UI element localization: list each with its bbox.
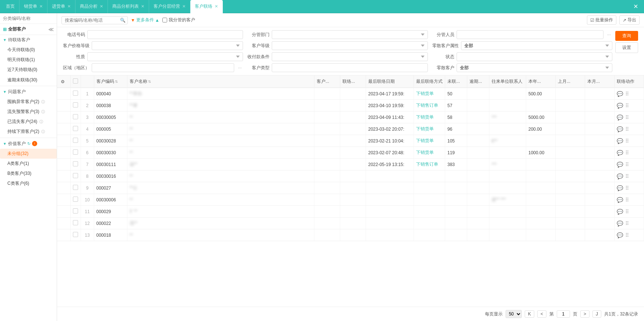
reset-button[interactable]: 设置 [615, 42, 638, 53]
last-page-btn[interactable]: J [592, 310, 601, 318]
comment-icon[interactable]: 💬 [617, 197, 623, 203]
more-action-icon[interactable]: ⠿ [625, 138, 629, 144]
area-dots-btn[interactable]: ··· [236, 65, 243, 70]
sidebar-item-abnormal[interactable]: 囤购异常客户(2) ⓘ [0, 97, 57, 107]
tab-product-analysis[interactable]: 商品分析 ✕ [75, 0, 108, 13]
th-code[interactable]: 客户编码⇅ [94, 75, 127, 88]
dept-select[interactable] [272, 30, 427, 39]
sidebar-collapse-btn[interactable]: ≪ [48, 27, 54, 32]
more-action-icon[interactable]: ⠿ [625, 114, 629, 120]
th-type[interactable]: 客户... [314, 75, 340, 88]
first-page-btn[interactable]: K [525, 310, 534, 318]
row-check[interactable] [70, 147, 81, 159]
more-action-icon[interactable]: ⠿ [625, 150, 629, 156]
comment-icon[interactable]: 💬 [617, 221, 623, 226]
query-button[interactable]: 查询 [615, 31, 638, 41]
my-customers-checkbox[interactable] [162, 18, 167, 22]
contact-method-link[interactable]: 下销货单 [416, 114, 434, 120]
comment-icon[interactable]: 💬 [617, 126, 623, 132]
row-check[interactable] [70, 135, 81, 147]
phone-input[interactable] [87, 30, 243, 39]
th-last-contact-date[interactable]: 最后联络日期 [366, 75, 414, 88]
th-year[interactable]: 本年... [526, 75, 556, 88]
sidebar-item-class-a[interactable]: A类客户(1) [0, 159, 57, 169]
row-check[interactable] [70, 123, 81, 135]
sidebar-item-class-c[interactable]: C类客户(6) [0, 179, 57, 188]
customer-type-input[interactable] [272, 63, 427, 72]
comment-icon[interactable]: 💬 [617, 173, 623, 179]
tab-customer-segment-close[interactable]: ✕ [182, 4, 186, 9]
th-name[interactable]: 客户名称⇅ [127, 75, 314, 88]
th-check[interactable] [70, 75, 81, 88]
th-contact-person[interactable]: 往来单位联系人 [489, 75, 526, 88]
th-overdue[interactable]: 逾期... [467, 75, 489, 88]
th-settings[interactable]: ⚙ [57, 75, 70, 88]
per-page-select[interactable]: 50 [506, 310, 522, 318]
row-check[interactable] [70, 159, 81, 170]
my-customers-checkbox-wrap[interactable]: 我分管的客户 [162, 17, 195, 23]
retail-attr-select[interactable]: 全部 [461, 41, 612, 50]
batch-op-button[interactable]: ☑ 批量操作 [587, 15, 616, 25]
comment-icon[interactable]: 💬 [617, 162, 623, 167]
customer-level-select[interactable] [272, 41, 427, 50]
prev-page-btn[interactable]: < [537, 310, 546, 318]
problem-group-label[interactable]: ▼ 问题客户 [0, 87, 57, 97]
more-action-icon[interactable]: ⠿ [625, 232, 629, 238]
tab-customer-contact-close[interactable]: ✕ [215, 4, 218, 9]
row-check[interactable] [70, 218, 81, 229]
page-number-input[interactable] [557, 310, 570, 318]
more-conditions-btn[interactable]: ▼ 更多条件 ▲ [131, 17, 159, 23]
row-check[interactable] [70, 194, 81, 206]
more-action-icon[interactable]: ⠿ [625, 185, 629, 191]
sidebar-item-declining[interactable]: 持续下滑客户(2) ⓘ [0, 127, 57, 137]
refresh-icon[interactable]: ↻ [27, 141, 31, 146]
tab-product-analysis-list[interactable]: 商品分析列表 ✕ [108, 0, 149, 13]
value-group-label[interactable]: ▼ 价值客户 ↻ ! [0, 139, 57, 149]
next-page-btn[interactable]: > [580, 310, 590, 318]
th-this-month[interactable]: 本月... [585, 75, 615, 88]
more-action-icon[interactable]: ⠿ [625, 162, 629, 167]
more-action-icon[interactable]: ⠿ [625, 221, 629, 226]
more-action-icon[interactable]: ⠿ [625, 91, 629, 97]
comment-icon[interactable]: 💬 [617, 91, 623, 97]
row-check[interactable] [70, 88, 81, 100]
tab-sales-order[interactable]: 销货单 ✕ [20, 0, 47, 13]
tab-purchase-order[interactable]: 进货单 ✕ [47, 0, 75, 13]
status-select[interactable] [457, 52, 612, 61]
header-checkbox[interactable] [73, 78, 78, 84]
row-check[interactable] [70, 182, 81, 194]
payment-select[interactable] [272, 52, 427, 61]
tab-home[interactable]: 首页 [3, 0, 20, 13]
retail-customer-select[interactable]: 全部 [457, 63, 612, 72]
more-action-icon[interactable]: ⠿ [625, 209, 629, 215]
tab-product-analysis-list-close[interactable]: ✕ [141, 4, 144, 9]
row-check[interactable] [70, 100, 81, 112]
sidebar-search-input[interactable] [3, 16, 57, 21]
more-action-icon[interactable]: ⠿ [625, 197, 629, 203]
nature-select[interactable] [87, 52, 243, 61]
sidebar-item-ungrouped[interactable]: 未分组(32) [0, 149, 57, 159]
comment-icon[interactable]: 💬 [617, 103, 623, 109]
window-close-button[interactable]: ✕ [630, 3, 641, 10]
contact-method-link[interactable]: 下销货单 [416, 138, 434, 143]
all-customers-header[interactable]: ⊞ 全部客户 ≪ [0, 24, 57, 35]
tab-customer-segment[interactable]: 客户分层经营 ✕ [149, 0, 190, 13]
contact-method-link[interactable]: 下销货单 [416, 126, 434, 131]
comment-icon[interactable]: 💬 [617, 185, 623, 191]
staff-input[interactable] [457, 30, 603, 39]
area-input[interactable] [92, 63, 234, 72]
th-unlink-days[interactable]: 未联... [445, 75, 467, 88]
more-action-icon[interactable]: ⠿ [625, 126, 629, 132]
comment-icon[interactable]: 💬 [617, 114, 623, 120]
sidebar-item-churned[interactable]: 已流失客户(24) ⓘ [0, 117, 57, 127]
comment-icon[interactable]: 💬 [617, 209, 623, 215]
contact-method-link[interactable]: 下销售订单 [416, 103, 438, 108]
price-level-select[interactable] [92, 41, 243, 50]
row-check[interactable] [70, 170, 81, 182]
sidebar-item-tomorrow-pending[interactable]: 明天待联络(1) [0, 55, 57, 65]
tab-purchase-order-close[interactable]: ✕ [67, 4, 71, 9]
tab-customer-contact[interactable]: 客户联络 ✕ [190, 0, 223, 13]
sidebar-item-class-b[interactable]: B类客户(33) [0, 169, 57, 179]
th-last-contact-method[interactable]: 最后联络方式 [414, 75, 445, 88]
comment-icon[interactable]: 💬 [617, 232, 623, 238]
